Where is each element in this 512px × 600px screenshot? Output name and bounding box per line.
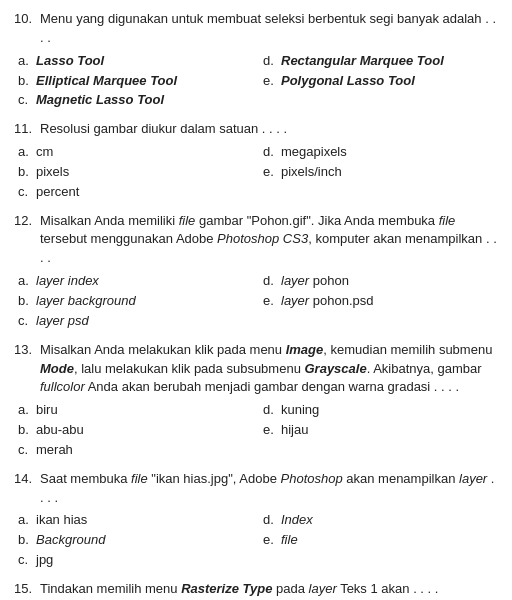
option-text: biru <box>36 401 58 420</box>
question-text: 10.Menu yang digunakan untuk membuat sel… <box>14 10 498 48</box>
option-label: e. <box>263 292 277 311</box>
option: a.layer index <box>18 272 253 291</box>
option-text: layer background <box>36 292 136 311</box>
options-grid: a.Lasso Toold.Rectangular Marquee Toolb.… <box>14 52 498 111</box>
option-text: percent <box>36 183 79 202</box>
question-number: 14. <box>14 470 36 508</box>
option: a.Lasso Tool <box>18 52 253 71</box>
option: b.abu-abu <box>18 421 253 440</box>
question-number: 15. <box>14 580 36 599</box>
option: d.Rectangular Marquee Tool <box>263 52 498 71</box>
option-text: abu-abu <box>36 421 84 440</box>
option-text: Elliptical Marquee Tool <box>36 72 177 91</box>
option-label: d. <box>263 511 277 530</box>
question-block: 13.Misalkan Anda melakukan klik pada men… <box>14 341 498 460</box>
option-label: b. <box>18 292 32 311</box>
question-text: 15.Tindakan memilih menu Rasterize Type … <box>14 580 498 599</box>
option-label: d. <box>263 52 277 71</box>
question-block: 12.Misalkan Anda memiliki file gambar "P… <box>14 212 498 331</box>
option-label: d. <box>263 143 277 162</box>
option: e.pixels/inch <box>263 163 498 182</box>
option-text: Lasso Tool <box>36 52 104 71</box>
option-text: file <box>281 531 298 550</box>
question-text: 13.Misalkan Anda melakukan klik pada men… <box>14 341 498 398</box>
option: d.layer pohon <box>263 272 498 291</box>
option-label: c. <box>18 312 32 331</box>
option: b.Background <box>18 531 253 550</box>
option-text: Polygonal Lasso Tool <box>281 72 415 91</box>
option: c.Magnetic Lasso Tool <box>18 91 253 110</box>
option-label: a. <box>18 52 32 71</box>
option: d.Index <box>263 511 498 530</box>
option-text: cm <box>36 143 53 162</box>
option-text: hijau <box>281 421 308 440</box>
option: e.Polygonal Lasso Tool <box>263 72 498 91</box>
question-text: 12.Misalkan Anda memiliki file gambar "P… <box>14 212 498 269</box>
option-label: c. <box>18 91 32 110</box>
option: d.megapixels <box>263 143 498 162</box>
question-body: Menu yang digunakan untuk membuat seleks… <box>40 10 498 48</box>
option-label: a. <box>18 401 32 420</box>
option: a.ikan hias <box>18 511 253 530</box>
option-text: layer pohon <box>281 272 349 291</box>
option-text: Rectangular Marquee Tool <box>281 52 444 71</box>
question-text: 11.Resolusi gambar diukur dalam satuan .… <box>14 120 498 139</box>
question-block: 14.Saat membuka file "ikan hias.jpg", Ad… <box>14 470 498 570</box>
option: d.kuning <box>263 401 498 420</box>
option-label: e. <box>263 72 277 91</box>
option-text: layer pohon.psd <box>281 292 374 311</box>
option: c.merah <box>18 441 253 460</box>
question-text: 14.Saat membuka file "ikan hias.jpg", Ad… <box>14 470 498 508</box>
option: e.file <box>263 531 498 550</box>
question-block: 11.Resolusi gambar diukur dalam satuan .… <box>14 120 498 201</box>
option: b.pixels <box>18 163 253 182</box>
option-label: a. <box>18 272 32 291</box>
options-grid: a.birud.kuningb.abu-abue.hijauc.merah <box>14 401 498 460</box>
option-label: c. <box>18 183 32 202</box>
option-label: b. <box>18 421 32 440</box>
option: c.jpg <box>18 551 253 570</box>
option: b.Elliptical Marquee Tool <box>18 72 253 91</box>
question-body: Resolusi gambar diukur dalam satuan . . … <box>40 120 498 139</box>
question-number: 11. <box>14 120 36 139</box>
option-label: c. <box>18 441 32 460</box>
option-label: b. <box>18 531 32 550</box>
option-text: merah <box>36 441 73 460</box>
option-label: a. <box>18 143 32 162</box>
option-text: megapixels <box>281 143 347 162</box>
option-label: b. <box>18 163 32 182</box>
option-text: pixels/inch <box>281 163 342 182</box>
options-grid: a.layer indexd.layer pohonb.layer backgr… <box>14 272 498 331</box>
option-text: Background <box>36 531 105 550</box>
question-block: 15.Tindakan memilih menu Rasterize Type … <box>14 580 498 600</box>
question-block: 10.Menu yang digunakan untuk membuat sel… <box>14 10 498 110</box>
options-grid: a.ikan hiasd.Indexb.Backgrounde.filec.jp… <box>14 511 498 570</box>
option: c.layer psd <box>18 312 253 331</box>
option-label: e. <box>263 421 277 440</box>
option-text: kuning <box>281 401 319 420</box>
options-grid: a.cmd.megapixelsb.pixelse.pixels/inchc.p… <box>14 143 498 202</box>
option-label: e. <box>263 163 277 182</box>
question-body: Tindakan memilih menu Rasterize Type pad… <box>40 580 498 599</box>
option: c.percent <box>18 183 253 202</box>
question-number: 10. <box>14 10 36 48</box>
question-number: 12. <box>14 212 36 269</box>
option-label: d. <box>263 401 277 420</box>
option-text: layer index <box>36 272 99 291</box>
option-text: layer psd <box>36 312 89 331</box>
question-body: Saat membuka file "ikan hias.jpg", Adobe… <box>40 470 498 508</box>
question-body: Misalkan Anda memiliki file gambar "Poho… <box>40 212 498 269</box>
option-text: jpg <box>36 551 53 570</box>
question-number: 13. <box>14 341 36 398</box>
option-label: c. <box>18 551 32 570</box>
option: a.biru <box>18 401 253 420</box>
option-label: e. <box>263 531 277 550</box>
option: a.cm <box>18 143 253 162</box>
option-text: pixels <box>36 163 69 182</box>
option-text: ikan hias <box>36 511 87 530</box>
option-text: Index <box>281 511 313 530</box>
question-body: Misalkan Anda melakukan klik pada menu I… <box>40 341 498 398</box>
option: e.hijau <box>263 421 498 440</box>
option-text: Magnetic Lasso Tool <box>36 91 164 110</box>
option-label: d. <box>263 272 277 291</box>
